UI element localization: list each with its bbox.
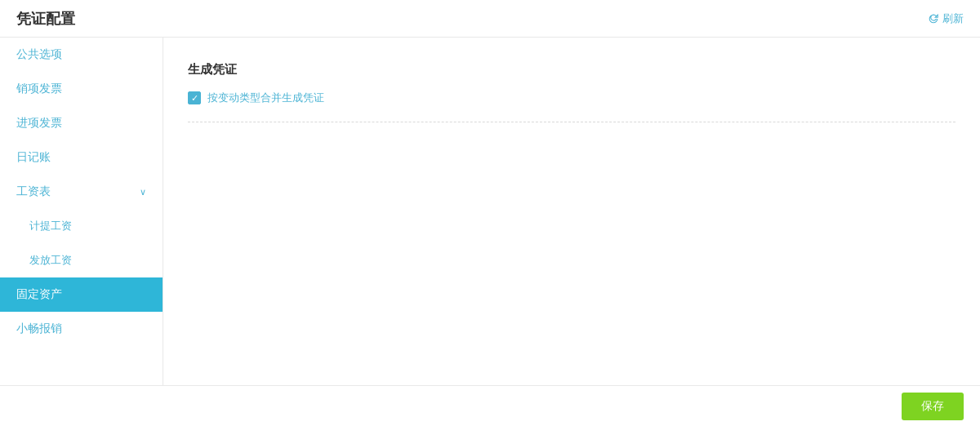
refresh-icon bbox=[928, 13, 939, 24]
sidebar: 公共选项销项发票进项发票日记账工资表∨计提工资发放工资固定资产小畅报销 bbox=[0, 38, 163, 385]
sidebar-item-expense-reimburse[interactable]: 小畅报销 bbox=[0, 312, 163, 346]
section-title: 生成凭证 bbox=[188, 62, 956, 78]
sidebar-item-calc-payroll[interactable]: 计提工资 bbox=[0, 209, 163, 243]
save-button[interactable]: 保存 bbox=[902, 393, 964, 420]
refresh-button[interactable]: 刷新 bbox=[928, 11, 964, 26]
sidebar-item-public-options[interactable]: 公共选项 bbox=[0, 38, 163, 72]
refresh-label: 刷新 bbox=[942, 11, 964, 26]
sidebar-item-label-sales-invoice: 销项发票 bbox=[16, 82, 62, 96]
merge-by-type-row: 按变动类型合并生成凭证 bbox=[188, 91, 956, 105]
sidebar-item-label-fixed-assets: 固定资产 bbox=[16, 287, 62, 302]
sidebar-item-label-payroll-table: 工资表 bbox=[16, 184, 51, 199]
sidebar-item-label-purchase-invoice: 进项发票 bbox=[16, 116, 62, 131]
chevron-down-icon: ∨ bbox=[140, 187, 146, 197]
section-divider bbox=[188, 122, 956, 122]
page-header: 凭证配置 刷新 bbox=[0, 0, 980, 38]
sidebar-item-fixed-assets[interactable]: 固定资产 bbox=[0, 277, 163, 312]
content-area: 生成凭证 按变动类型合并生成凭证 bbox=[163, 38, 980, 385]
sidebar-item-label-calc-payroll: 计提工资 bbox=[29, 219, 72, 233]
sidebar-item-label-journal: 日记账 bbox=[16, 150, 51, 165]
sidebar-item-purchase-invoice[interactable]: 进项发票 bbox=[0, 106, 163, 140]
page-title: 凭证配置 bbox=[16, 9, 75, 29]
main-layout: 公共选项销项发票进项发票日记账工资表∨计提工资发放工资固定资产小畅报销 生成凭证… bbox=[0, 38, 980, 385]
sidebar-item-label-public-options: 公共选项 bbox=[16, 47, 62, 62]
merge-by-type-checkbox[interactable] bbox=[188, 91, 201, 104]
sidebar-item-sales-invoice[interactable]: 销项发票 bbox=[0, 72, 163, 106]
sidebar-item-pay-payroll[interactable]: 发放工资 bbox=[0, 243, 163, 277]
page-footer: 保存 bbox=[0, 385, 980, 426]
sidebar-item-label-pay-payroll: 发放工资 bbox=[29, 253, 72, 268]
sidebar-item-label-expense-reimburse: 小畅报销 bbox=[16, 322, 62, 336]
sidebar-item-payroll-table[interactable]: 工资表∨ bbox=[0, 175, 163, 209]
sidebar-item-journal[interactable]: 日记账 bbox=[0, 140, 163, 175]
merge-by-type-label: 按变动类型合并生成凭证 bbox=[207, 91, 324, 105]
